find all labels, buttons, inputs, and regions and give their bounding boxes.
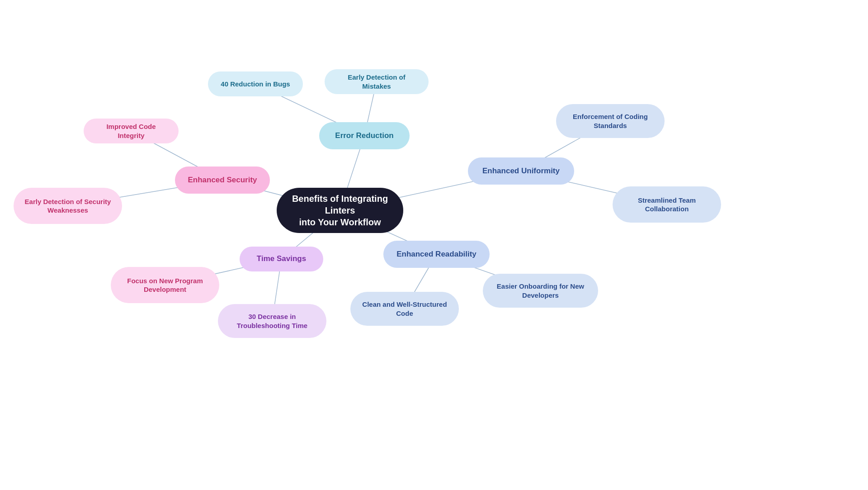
node-time-savings: Time Savings <box>240 247 323 271</box>
node-enhanced-readability: Enhanced Readability <box>383 241 490 268</box>
label-easier-onboarding: Easier Onboarding for New Developers <box>493 282 588 300</box>
label-enforcement-coding: Enforcement of Coding Standards <box>566 112 655 130</box>
node-early-detection-mistakes: Early Detection of Mistakes <box>325 69 429 94</box>
label-reduction-bugs: 40 Reduction in Bugs <box>221 80 290 89</box>
node-decrease-troubleshooting: 30 Decrease in Troubleshooting Time <box>218 304 326 338</box>
node-error-reduction: Error Reduction <box>319 122 410 149</box>
label-focus-new-program: Focus on New Program Development <box>121 276 209 294</box>
label-early-detection-mistakes: Early Detection of Mistakes <box>335 73 419 90</box>
node-easier-onboarding: Easier Onboarding for New Developers <box>483 274 598 308</box>
label-time-savings: Time Savings <box>257 254 306 264</box>
node-focus-new-program: Focus on New Program Development <box>111 267 219 303</box>
center-node: Benefits of Integrating Linters into You… <box>277 188 403 233</box>
label-early-detection-security: Early Detection of Security Weaknesses <box>24 197 112 215</box>
node-enforcement-coding: Enforcement of Coding Standards <box>556 104 665 138</box>
label-clean-well-structured: Clean and Well-Structured Code <box>360 300 449 318</box>
label-enhanced-security: Enhanced Security <box>188 175 257 185</box>
label-enhanced-uniformity: Enhanced Uniformity <box>482 166 560 176</box>
node-reduction-bugs: 40 Reduction in Bugs <box>208 71 303 96</box>
node-enhanced-uniformity: Enhanced Uniformity <box>468 157 574 185</box>
center-label: Benefits of Integrating Linters into You… <box>287 193 393 228</box>
node-improved-code-integrity: Improved Code Integrity <box>84 119 179 143</box>
node-early-detection-security: Early Detection of Security Weaknesses <box>14 188 122 224</box>
node-clean-well-structured: Clean and Well-Structured Code <box>350 292 459 326</box>
node-enhanced-security: Enhanced Security <box>175 167 270 194</box>
label-enhanced-readability: Enhanced Readability <box>396 249 476 259</box>
label-decrease-troubleshooting: 30 Decrease in Troubleshooting Time <box>228 312 316 330</box>
label-error-reduction: Error Reduction <box>335 131 393 141</box>
label-streamlined-team: Streamlined Team Collaboration <box>623 196 711 214</box>
node-streamlined-team: Streamlined Team Collaboration <box>613 186 721 223</box>
label-improved-code-integrity: Improved Code Integrity <box>94 122 169 140</box>
